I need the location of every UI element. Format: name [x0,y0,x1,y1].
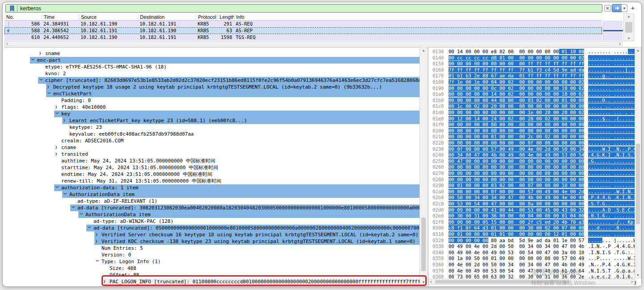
scroll-down-icon[interactable]: ▼ [420,281,427,284]
hex-bytes[interactable]: 00 01 00 00 00 03 02 00 00 07 00 00 00 1… [449,183,584,189]
ascii-bytes[interactable]: .S.T.G.. ........ [588,201,636,207]
scroll-thumb[interactable] [625,22,632,33]
hex-bytes[interactable]: 00 00 00 00 00 00 00 00 00 1e 00 20 00 2… [449,110,584,116]
hex-bytes[interactable]: 00 00 00 00 00 00 00 00 00 00 00 00 00 0… [449,164,584,171]
ascii-bytes[interactable]: .....$.. .(...... [588,116,636,122]
tree-row[interactable]: ❯key [54,111,423,117]
tree-row[interactable]: endtime: May 24, 2024 23:51:05.000000000… [54,171,423,178]
hex-bytes[interactable]: 00 53 00 54 00 47 00 00 00 0a 00 00 00 0… [449,201,584,207]
ascii-bytes[interactable]: .N.I.S.T .G.@.a.d [588,268,636,274]
tree-row[interactable]: starttime: May 24, 2024 13:51:05.0000000… [54,164,423,171]
ascii-bytes[interactable]: ........ ........ [588,164,636,171]
ascii-bytes[interactable]: .0.1.6.. ........ [588,213,636,219]
column-header-no[interactable]: No. [4,13,42,21]
hex-bytes[interactable]: 00 00 00 00 00 00 00 00 00 ff ff ff ff f… [449,61,584,67]
filter-history-dropdown[interactable]: ▼ [622,4,627,12]
ascii-bytes[interactable]: .P.4.4.G .K.I.N.I [588,195,636,201]
tree-row[interactable]: Size: 488 [102,265,423,272]
ascii-bytes[interactable]: .4.G.K.I .N.I.S.T [588,152,636,158]
hex-bytes[interactable]: 7f 1e 00 1e 00 04 00 02 00 00 00 00 00 0… [449,79,584,85]
tree-row[interactable]: Padding: 0 [54,97,423,104]
hex-bytes[interactable]: 00 49 00 4e 00 2d 00 50 00 34 00 34 00 4… [449,243,584,250]
tree-row[interactable]: Version: 0 [94,252,423,258]
ascii-bytes[interactable]: ........ ........ [588,122,636,128]
tree-row[interactable]: ❯AuthorizationData item [78,211,423,218]
hex-bytes[interactable]: 00 14 00 00 00 e8 02 00 00 00 00 00 00 0… [449,49,584,55]
hex-bytes[interactable]: 01 b1 b3 2e 88 67 ae da 01 ff ff ff ff f… [449,73,584,79]
hex-bytes[interactable]: 00 00 00 00 00 14 00 02 00 00 00 00 00 1… [449,91,584,98]
tree-row[interactable]: authtime: May 24, 2024 13:51:05.00000000… [54,158,423,164]
tree-row[interactable]: ❯AuthorizationData item [62,191,423,198]
ascii-bytes[interactable]: ........ ........ [588,79,636,85]
tree-row[interactable]: ❯PAC_LOGON_INFO [truncated]: 01100800ccc… [102,278,423,285]
ascii-bytes[interactable]: ........ ........ [588,85,636,92]
filter-text[interactable]: kerberos [20,5,41,12]
tree-row[interactable]: ❯cname [54,144,423,151]
collapsed-chevron-icon[interactable]: ❯ [47,84,51,90]
hex-bytes[interactable]: 00 00 00 00 00 00 00 00 00 00 00 00 00 0… [449,128,584,134]
scroll-up-icon[interactable]: ▲ [624,15,634,18]
hex-bytes[interactable]: 00 47 00 00 00 00 00 00 00 00 00 00 00 0… [449,158,584,165]
display-filter-input[interactable]: kerberos [5,4,602,13]
packet-row[interactable]: 58624.38493110.182.61.19010.182.61.191KR… [4,21,602,27]
collapsed-chevron-icon[interactable]: ❯ [95,231,100,238]
ascii-bytes[interactable]: .....g.. ........ [588,73,636,79]
expanded-chevron-icon[interactable]: ❯ [94,260,101,264]
packet-list-minimap[interactable] [603,21,623,41]
ascii-bytes[interactable]: .G...... ........ [588,158,636,165]
tree-row[interactable]: crealm: ADSEC2016.COM [54,137,423,144]
ascii-bytes[interactable]: ........ ........ [588,231,636,238]
ascii-bytes[interactable]: ...d.... .0...... [588,225,636,231]
ascii-bytes[interactable]: ..... .. ........ [588,103,636,110]
tree-row[interactable]: ❯ad-data [truncated]: 050000000000000001… [86,225,423,231]
hex-bytes[interactable]: 00 09 00 00 00 41 00 44 00 53 00 45 00 4… [449,207,584,213]
hex-bytes[interactable]: 00 34 00 47 00 4b 00 49 00 4e 00 49 00 5… [449,152,584,158]
scroll-up-icon[interactable]: ▲ [420,49,427,52]
ascii-bytes[interactable]: ........ ... . .. [588,110,636,116]
expanded-chevron-icon[interactable]: ❯ [38,78,44,83]
column-header-destination[interactable]: Destination [138,13,196,21]
scroll-right-icon[interactable]: › [619,41,621,46]
packet-row[interactable]: 58824.38654210.182.61.19110.182.61.190KR… [4,27,602,34]
tree-row[interactable]: ❯Decrypted keytype 18 usage 2 using keyt… [46,84,423,90]
ascii-bytes[interactable]: ........ ....]... [588,67,636,73]
expanded-chevron-icon[interactable]: ❯ [62,192,68,197]
expanded-chevron-icon[interactable]: ❯ [86,226,93,230]
ascii-bytes[interactable]: ........ ........ [588,91,636,98]
collapsed-chevron-icon[interactable]: ❯ [55,144,59,151]
tree-row[interactable]: keyvalue: eeb00fc8c408acfb2587db97988d07… [62,131,423,137]
tree-row[interactable]: kvno: 2 [38,70,423,77]
ascii-bytes[interactable]: ........ ........ [588,171,636,177]
hex-bytes[interactable]: 00 cc cc cc cc d8 01 00 00 00 00 00 00 0… [449,55,584,61]
tree-row[interactable]: ❯Verified KDC checksum -138 keytype 23 u… [94,238,423,245]
hex-bytes[interactable]: 00 00 00 00 00 0c 00 02 00 00 00 00 00 1… [449,85,584,92]
tree-row[interactable]: ❯authorization-data: 1 item [54,184,423,191]
ascii-bytes[interactable]: .I.N.I.S .T.G.:.. [588,250,636,256]
scroll-thumb[interactable] [421,218,426,271]
hex-bytes[interactable]: 00 00 00 00 00 44 08 00 00 03 02 00 00 0… [449,98,584,104]
tree-row[interactable]: ❯flags: 40e10000 [54,104,423,111]
hex-bytes[interactable]: 7f ff ff ff ff ff ff ff 7f b1 f3 c4 5d 9… [449,67,584,73]
tree-row[interactable]: ❯cipher [truncated]: 82603d8697e53b1e853… [38,77,423,84]
ascii-bytes[interactable]: ........ ]......W [588,238,636,244]
expanded-chevron-icon[interactable]: ❯ [54,186,60,190]
hex-bytes[interactable]: 00 00 00 00 00 01 00 00 00 2c 00 02 00 0… [449,134,584,140]
apply-filter-button[interactable]: ➜ [612,4,622,12]
ascii-bytes[interactable]: .....D.. ........ [588,98,636,104]
scroll-thumb[interactable] [636,144,640,224]
expanded-chevron-icon[interactable]: ❯ [46,92,52,96]
ascii-bytes[interactable]: ........ .W.I.N.- [588,189,636,195]
packet-list-vscrollbar[interactable]: ▲ ▼ [623,13,634,41]
ascii-bytes[interactable]: .I.N.-.P .4.4.G.K [588,243,636,250]
hex-bytes[interactable]: 00 0f 00 00 00 57 00 49 00 4e 00 2d 00 5… [449,146,584,153]
add-filter-button[interactable]: + [629,4,636,12]
collapsed-chevron-icon[interactable]: ❯ [63,117,68,124]
tree-row[interactable]: ❯Verified Server checksum 16 keytype 18 … [94,231,423,238]
tree-row[interactable]: etype: eTYPE-AES256-CTS-HMAC-SHA1-96 (18… [38,64,423,70]
ascii-bytes[interactable]: ........ ........ [588,49,636,55]
column-header-source[interactable]: Source [79,13,138,21]
hex-bytes[interactable]: 00 12 00 14 00 24 00 02 00 28 00 02 00 0… [449,116,584,122]
ascii-bytes[interactable]: ........ ........ [588,128,636,134]
hex-bytes[interactable]: 00 49 00 4e 00 49 00 53 00 54 00 47 00 3… [449,250,584,256]
hex-bytes[interactable]: 00 00 00 00 00 00 00 00 00 00 00 00 00 0… [449,177,584,183]
